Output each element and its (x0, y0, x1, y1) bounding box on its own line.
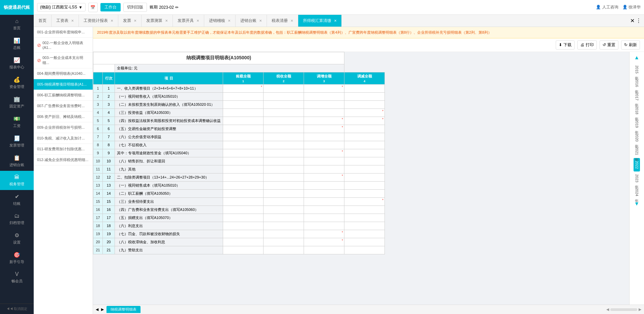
left-panel-item-9[interactable]: 010-免税、减计收入及加计... (34, 133, 93, 144)
left-panel-item-4[interactable]: 005-纳税调整项目明细表(A1... (34, 79, 93, 90)
sidebar-item-settings[interactable]: ⚙设置 (0, 229, 34, 248)
cell-8-c2[interactable] (264, 149, 304, 157)
cell-11-c1[interactable] (223, 173, 264, 181)
sidebar-item-report[interactable]: 📈报表中心 (0, 54, 34, 73)
cell-3-c1[interactable] (223, 108, 264, 117)
cell-9-c3[interactable] (304, 157, 344, 165)
nav-tab-1[interactable]: 工资表✕ (52, 15, 79, 27)
calendar-icon-btn[interactable]: 📅 (88, 3, 98, 12)
left-panel-item-1[interactable]: ⊘002-一般企业收入明细表(A1... (34, 38, 93, 53)
cell-20-c4[interactable] (344, 246, 385, 254)
left-panel-item-6[interactable]: 007-广告费和业务宣传费时... (34, 101, 93, 112)
cell-9-c1[interactable] (223, 157, 264, 165)
cell-14-c4[interactable]: * (344, 197, 385, 206)
nav-tab-6[interactable]: 进销稽核✕ (204, 15, 236, 27)
cell-1-c1[interactable] (223, 92, 264, 100)
workbench-button[interactable]: 工作台 (100, 3, 121, 11)
cell-3-c3[interactable] (304, 108, 344, 117)
left-panel-item-10[interactable]: 011-研发费用加计扣除优惠... (34, 144, 93, 155)
cell-2-c1[interactable] (223, 100, 264, 108)
horizontal-scroll[interactable]: ◀ ▶ (606, 307, 641, 312)
cell-4-c3[interactable]: * (304, 117, 344, 125)
year-btn-2023年[interactable]: 2023年 (634, 171, 640, 185)
cell-15-c2[interactable] (264, 206, 304, 214)
refresh-button[interactable]: ↻ 刷新 (621, 40, 640, 50)
cell-0-c2[interactable] (264, 84, 304, 92)
cell-2-c3[interactable] (304, 100, 344, 108)
cell-12-c1[interactable] (223, 181, 264, 189)
tab-close-4[interactable]: ✕ (165, 19, 168, 23)
cell-2-c2[interactable] (264, 100, 304, 108)
left-panel-item-8[interactable]: 009-企业所得税弥补亏损明... (34, 122, 93, 133)
left-panel-item-7[interactable]: 008-资产折旧、摊销及纳税... (34, 112, 93, 122)
sheet-nav-right[interactable]: ▶ (101, 307, 104, 312)
support-btn[interactable]: 👤 人工咨询 (596, 4, 618, 10)
year-btn-2016年[interactable]: 2016年 (634, 76, 640, 90)
cell-7-c2[interactable] (264, 141, 304, 149)
cell-8-c1[interactable] (223, 149, 264, 157)
sidebar-item-ledger[interactable]: 📊总账 (0, 34, 34, 54)
cell-6-c1[interactable] (223, 133, 264, 141)
cell-19-c3[interactable]: * (304, 238, 344, 246)
cell-18-c1[interactable] (223, 230, 264, 238)
nav-tab-2[interactable]: 工资统计报表✕ (79, 15, 118, 27)
sidebar-item-guide[interactable]: 🎯新手引导 (0, 248, 34, 268)
cell-4-c4[interactable]: * (344, 117, 385, 125)
cell-13-c2[interactable] (264, 189, 304, 197)
cell-5-c4[interactable] (344, 125, 385, 133)
cell-6-c3[interactable] (304, 133, 344, 141)
sidebar-item-asset[interactable]: 🏢固定资产 (0, 93, 34, 112)
tab-close-3[interactable]: ✕ (134, 19, 136, 23)
year-scroll-down[interactable]: ▼ (633, 199, 641, 208)
tab-close-5[interactable]: ✕ (196, 19, 199, 23)
sidebar-item-member[interactable]: V畅会员 (0, 268, 34, 287)
tab-close-8[interactable]: ✕ (290, 19, 293, 23)
sidebar-item-archive[interactable]: 🗂归档管理 (0, 210, 34, 229)
cell-8-c4[interactable] (344, 149, 385, 157)
year-scroll-up[interactable]: ▲ (633, 53, 641, 62)
year-btn-2019年[interactable]: 2019年 (634, 117, 640, 130)
cell-11-c4[interactable] (344, 173, 385, 181)
table-wrapper[interactable]: 纳税调整项目明细表(A105000) 全额单位: 元 行次 项 目 账载全额1 (93, 52, 629, 305)
sidebar-item-tax[interactable]: 🏛税务管理 (0, 171, 34, 190)
sidebar-item-purchase[interactable]: 📋进销台账 (0, 151, 34, 171)
year-btn-2015年[interactable]: 2015年 (634, 63, 640, 76)
cell-11-c3[interactable]: * (304, 173, 344, 181)
cell-20-c3[interactable] (304, 246, 344, 254)
download-button[interactable]: ⬇ 下载 (556, 40, 575, 50)
reset-button[interactable]: ↺ 重置 (600, 40, 618, 50)
cell-19-c4[interactable] (344, 238, 385, 246)
nav-more-icon[interactable]: ⋮ (636, 18, 641, 24)
cell-3-c2[interactable] (264, 108, 304, 117)
cell-5-c3[interactable]: * (304, 125, 344, 133)
tab-close-9[interactable]: ✕ (334, 19, 337, 23)
left-panel-item-2[interactable]: ⊘003-一般企业成本支出明细... (34, 53, 93, 68)
cell-7-c3[interactable] (304, 141, 344, 149)
cell-0-c1[interactable]: * (223, 84, 264, 92)
cell-14-c3[interactable] (304, 197, 344, 206)
cell-15-c3[interactable] (304, 206, 344, 214)
switch-old-button[interactable]: 切到旧版 (123, 3, 147, 12)
left-panel-item-11[interactable]: 012-减免企业所得税优惠明细... (34, 155, 93, 165)
cell-10-c3[interactable] (304, 165, 344, 173)
cell-4-c1[interactable] (223, 117, 264, 125)
user-avatar[interactable]: 👤 徐泽华 (622, 4, 641, 10)
cell-16-c2[interactable] (264, 214, 304, 222)
nav-tab-8[interactable]: 税表清册✕ (267, 15, 298, 27)
company-selector[interactable]: (物副) 江西殿宝-LSS ▼ (37, 3, 86, 11)
cell-13-c4[interactable] (344, 189, 385, 197)
cell-13-c1[interactable] (223, 189, 264, 197)
cell-9-c2[interactable] (264, 157, 304, 165)
sidebar-item-close[interactable]: ✔结账 (0, 190, 34, 210)
cell-2-c4[interactable] (344, 100, 385, 108)
left-panel-item-0[interactable]: 001-企业所得税年度纳税申... (34, 27, 93, 38)
cell-9-c4[interactable] (344, 157, 385, 165)
cell-7-c4[interactable] (344, 141, 385, 149)
sidebar-item-invoice[interactable]: 🧾发票管理 (0, 132, 34, 151)
cell-1-c4[interactable] (344, 92, 385, 100)
left-panel-item-3[interactable]: 004-期间费用明细表(A1040... (34, 68, 93, 79)
nav-tab-3[interactable]: 发票✕ (118, 15, 142, 27)
cell-10-c1[interactable] (223, 165, 264, 173)
bottom-tab[interactable]: 纳税调整明细表 (106, 306, 141, 313)
tab-close-6[interactable]: ✕ (228, 19, 231, 23)
